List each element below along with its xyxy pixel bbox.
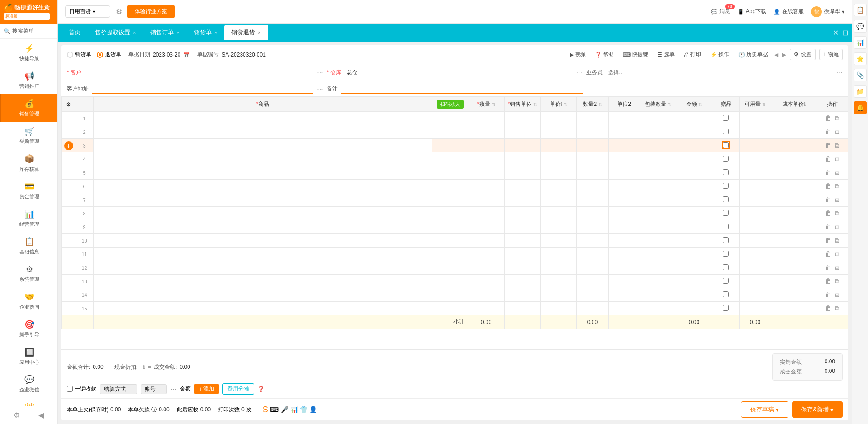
qty-sort-icon[interactable]: ⇅ [492, 102, 495, 107]
price-info-icon[interactable]: ℹ [561, 101, 562, 107]
td-unit-6[interactable] [505, 180, 541, 193]
td-qty-7[interactable] [468, 193, 505, 207]
gift-check-14[interactable] [723, 291, 729, 297]
td-price-13[interactable] [541, 275, 577, 288]
td-gift-12[interactable] [712, 261, 740, 275]
tab-sales-order-close[interactable]: × [176, 30, 179, 35]
td-unit-7[interactable] [505, 193, 541, 207]
td-goods-3[interactable] [94, 139, 432, 152]
td-unit-4[interactable] [505, 152, 541, 166]
price-sort-icon[interactable]: ⇅ [564, 102, 567, 107]
td-unit-9[interactable] [505, 220, 541, 234]
online-service-btn[interactable]: 👤 在线客服 [774, 8, 804, 15]
td-goods-11[interactable] [94, 248, 432, 261]
settings-btn[interactable]: ⚙ [14, 411, 20, 419]
td-unit-8[interactable] [505, 207, 541, 220]
address-dots[interactable]: ··· [317, 85, 323, 93]
delete-icon-4[interactable]: 🗑 [825, 155, 831, 162]
qty2-sort-icon[interactable]: ⇅ [599, 102, 602, 107]
td-price-14[interactable] [541, 288, 577, 302]
copy-icon-7[interactable]: ⧉ [835, 196, 839, 203]
cost-info-icon[interactable]: ℹ [804, 101, 806, 107]
collapse-btn[interactable]: ◀ [38, 411, 44, 419]
td-price-1[interactable] [541, 112, 577, 125]
td-price-11[interactable] [541, 248, 577, 261]
td-gift-14[interactable] [712, 288, 740, 302]
sidebar-item-purchase[interactable]: 🛒 采购管理 [0, 122, 57, 149]
td-gift-7[interactable] [712, 193, 740, 207]
td-qty-9[interactable] [468, 220, 505, 234]
tab-sales-order[interactable]: 销售订单 × [143, 25, 186, 40]
copy-icon-1[interactable]: ⧉ [835, 114, 839, 122]
right-panel-btn-4[interactable]: ⭐ [854, 52, 867, 65]
sidebar-item-system[interactable]: ⚙ 系统管理 [0, 260, 57, 287]
delete-icon-5[interactable]: 🗑 [825, 169, 831, 176]
fenyong-help-icon[interactable]: ❓ [258, 386, 264, 392]
save-new-arrow[interactable]: ▾ [830, 406, 834, 413]
calendar-icon[interactable]: 📅 [183, 52, 190, 58]
radio-delivery[interactable]: 销货单 [67, 51, 91, 58]
delete-icon-8[interactable]: 🗑 [825, 210, 831, 217]
settlement-select[interactable]: 结算方式 [100, 384, 137, 394]
td-price-10[interactable] [541, 234, 577, 248]
customer-input[interactable] [85, 68, 313, 77]
copy-icon-6[interactable]: ⧉ [835, 182, 839, 190]
delete-icon-1[interactable]: 🗑 [825, 114, 831, 122]
shortcut-btn[interactable]: ⌨ 快捷键 [620, 50, 651, 59]
td-qty-11[interactable] [468, 248, 505, 261]
address-input[interactable] [92, 84, 313, 94]
copy-icon-11[interactable]: ⧉ [835, 250, 839, 257]
td-price-7[interactable] [541, 193, 577, 207]
gift-check-11[interactable] [723, 251, 729, 257]
td-qty-8[interactable] [468, 207, 505, 220]
customer-dots[interactable]: ··· [317, 69, 323, 77]
warehouse-dots[interactable]: ··· [577, 69, 583, 77]
td-unit-11[interactable] [505, 248, 541, 261]
gift-check-9[interactable] [723, 224, 729, 229]
td-gift-9[interactable] [712, 220, 740, 234]
sidebar-item-newbie[interactable]: 🎯 新手引导 [0, 315, 57, 343]
tab-home[interactable]: 首页 [61, 25, 88, 40]
user-menu[interactable]: 徐 徐泽华 ▾ [811, 6, 844, 17]
copy-icon-9[interactable]: ⧉ [835, 223, 839, 230]
td-goods-12[interactable] [94, 261, 432, 275]
warehouse-input[interactable] [345, 68, 573, 77]
td-gift-8[interactable] [712, 207, 740, 220]
delete-icon-9[interactable]: 🗑 [825, 223, 831, 230]
td-gift-4[interactable] [712, 152, 740, 166]
td-goods-15[interactable] [94, 302, 432, 315]
add-row-btn[interactable]: + 添加 [194, 384, 219, 394]
tab-sales-return-close[interactable]: × [258, 30, 260, 35]
td-gift-6[interactable] [712, 180, 740, 193]
search-menu[interactable]: 🔍 搜索菜单 [0, 24, 57, 39]
td-gift-10[interactable] [712, 234, 740, 248]
account-select[interactable]: 账号 [141, 384, 167, 394]
gift-check-7[interactable] [723, 196, 729, 202]
td-unit-5[interactable] [505, 166, 541, 180]
video-btn[interactable]: ▶ 视频 [567, 50, 589, 59]
td-goods-6[interactable] [94, 180, 432, 193]
delete-icon-7[interactable]: 🗑 [825, 196, 831, 203]
avail-sort-icon[interactable]: ⇅ [762, 102, 766, 107]
gift-check-4[interactable] [723, 156, 729, 162]
td-goods-7[interactable] [94, 193, 432, 207]
td-qty-6[interactable] [468, 180, 505, 193]
one-click-pay-checkbox[interactable] [67, 386, 73, 392]
td-unit-10[interactable] [505, 234, 541, 248]
copy-icon-5[interactable]: ⧉ [835, 169, 839, 176]
setting-btn[interactable]: ⚙ ⚙ 设置 设置 [790, 49, 815, 60]
maximize-btn[interactable]: ⊡ [842, 29, 848, 37]
logistics-btn[interactable]: + 物流 [819, 49, 843, 60]
tab-sales-delivery[interactable]: 销货单 × [187, 25, 224, 40]
copy-icon-10[interactable]: ⧉ [835, 237, 839, 244]
copy-icon-12[interactable]: ⧉ [835, 264, 839, 271]
right-panel-btn-6[interactable]: 📁 [854, 85, 867, 98]
td-qty-2[interactable] [468, 125, 505, 139]
td-gift-3[interactable] [712, 139, 740, 152]
td-price-5[interactable] [541, 166, 577, 180]
td-price-3[interactable] [541, 139, 577, 152]
app-download-btn[interactable]: 📱 App下载 [737, 8, 766, 15]
delete-icon-6[interactable]: 🗑 [825, 182, 831, 190]
td-price-6[interactable] [541, 180, 577, 193]
gift-check-5[interactable] [723, 169, 729, 175]
